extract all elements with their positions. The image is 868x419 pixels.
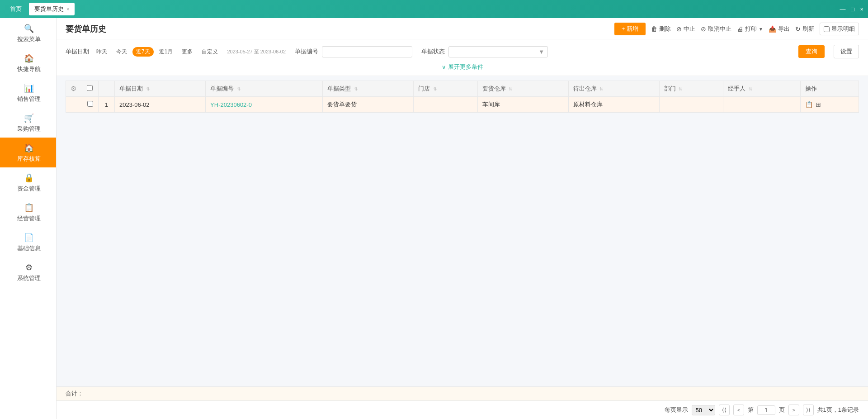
print-chevron-icon: ▼ bbox=[759, 27, 763, 32]
th-req-warehouse[interactable]: 要货仓库 ⇅ bbox=[477, 81, 568, 97]
page-label: 第 bbox=[748, 406, 754, 414]
close-window-icon[interactable]: × bbox=[860, 6, 863, 13]
date-btn-yesterday[interactable]: 昨天 bbox=[93, 47, 111, 57]
th-dept[interactable]: 部门 ⇅ bbox=[659, 81, 723, 97]
status-label: 单据状态 bbox=[421, 48, 445, 56]
select-all-checkbox[interactable] bbox=[87, 85, 93, 91]
date-filter-label: 单据日期 bbox=[66, 48, 89, 56]
export-button[interactable]: 📤 导出 bbox=[769, 25, 790, 33]
status-filter-group: 单据状态 ▼ bbox=[421, 46, 548, 57]
td-handler bbox=[723, 97, 801, 113]
table-header-row: ⚙ 单据日期 ⇅ 单据编号 ⇅ bbox=[66, 81, 859, 97]
print-button[interactable]: 🖨 打印 ▼ bbox=[737, 25, 763, 33]
expand-more-btn[interactable]: ∨ 展开更多条件 bbox=[442, 63, 483, 71]
display-cell-button[interactable]: 显示明细 bbox=[820, 23, 859, 35]
th-type[interactable]: 单据类型 ⇅ bbox=[322, 81, 413, 97]
table-body: 1 2023-06-02 YH-20230602-0 要货单要货 车间库 原材料… bbox=[66, 97, 859, 113]
settings-button[interactable]: 设置 bbox=[834, 45, 859, 58]
filter-area: 单据日期 昨天 今天 近7天 近1月 更多 自定义 2023-05-27 至 2… bbox=[57, 39, 868, 76]
table-row: 1 2023-06-02 YH-20230602-0 要货单要货 车间库 原材料… bbox=[66, 97, 859, 113]
stop-button[interactable]: ⊘ 中止 bbox=[676, 25, 695, 33]
purchase-icon: 🛒 bbox=[24, 113, 34, 123]
th-date[interactable]: 单据日期 ⇅ bbox=[115, 81, 206, 97]
column-settings-icon[interactable]: ⚙ bbox=[71, 85, 76, 92]
total-label: 共1页，1条记录 bbox=[817, 406, 859, 414]
refresh-icon: ↻ bbox=[795, 25, 801, 33]
table-footer: 合计： bbox=[57, 386, 868, 400]
page-size-select[interactable]: 20 50 100 200 bbox=[692, 405, 715, 415]
new-button[interactable]: + 新增 bbox=[614, 23, 646, 35]
th-dept-sort-icon: ⇅ bbox=[679, 86, 682, 91]
first-page-btn[interactable]: ⟨⟨ bbox=[719, 405, 730, 415]
tab-active[interactable]: 要货单历史 × bbox=[29, 3, 75, 15]
th-pending-warehouse[interactable]: 待出仓库 ⇅ bbox=[568, 81, 659, 97]
sidebar-item-operations[interactable]: 📋 经营管理 bbox=[0, 197, 56, 227]
sidebar-item-basic-info-label: 基础信息 bbox=[17, 244, 41, 252]
sidebar-item-search-menu[interactable]: 🔍 搜索菜单 bbox=[0, 18, 56, 48]
th-order-no-sort-icon: ⇅ bbox=[237, 86, 241, 91]
sidebar-item-finance[interactable]: 🔒 资金管理 bbox=[0, 167, 56, 197]
expand-label: 展开更多条件 bbox=[448, 63, 483, 71]
sidebar-item-sales[interactable]: 📊 销售管理 bbox=[0, 78, 56, 108]
th-settings: ⚙ bbox=[66, 81, 82, 97]
sidebar-item-basic-info[interactable]: 📄 基础信息 bbox=[0, 227, 56, 257]
tab-close-icon[interactable]: × bbox=[66, 6, 69, 12]
refresh-label: 刷新 bbox=[802, 25, 814, 33]
th-handler[interactable]: 经手人 ⇅ bbox=[723, 81, 801, 97]
date-btn-7days[interactable]: 近7天 bbox=[132, 47, 154, 57]
date-btn-custom[interactable]: 自定义 bbox=[198, 47, 222, 57]
expand-row: ∨ 展开更多条件 bbox=[66, 58, 859, 72]
export-icon: 📤 bbox=[769, 25, 776, 33]
order-no-link[interactable]: YH-20230602-0 bbox=[210, 101, 252, 108]
sidebar-item-system-label: 系统管理 bbox=[17, 274, 41, 282]
cancel-stop-label: 取消中止 bbox=[708, 25, 731, 33]
finance-icon: 🔒 bbox=[24, 173, 34, 183]
sidebar-item-inventory[interactable]: 🏠 库存核算 bbox=[0, 138, 56, 167]
sidebar-item-search-menu-label: 搜索菜单 bbox=[17, 35, 41, 43]
page-size-label: 每页显示 bbox=[665, 406, 688, 414]
more-action-icon[interactable]: ⊞ bbox=[816, 101, 821, 108]
page-header: 要货单历史 + 新增 🗑 删除 ⊘ 中止 ⊘ 取消中止 🖨 打印 bbox=[57, 18, 868, 39]
cancel-stop-button[interactable]: ⊘ 取消中止 bbox=[701, 25, 731, 33]
edit-icon[interactable]: 📋 bbox=[805, 101, 813, 108]
th-store[interactable]: 门店 ⇅ bbox=[414, 81, 477, 97]
sidebar-item-system[interactable]: ⚙ 系统管理 bbox=[0, 257, 56, 287]
expand-chevron-icon: ∨ bbox=[442, 64, 446, 71]
operations-icon: 📋 bbox=[24, 203, 34, 213]
th-no bbox=[99, 81, 115, 97]
minimize-icon[interactable]: — bbox=[840, 6, 846, 13]
td-dept bbox=[659, 97, 723, 113]
table-container: ⚙ 单据日期 ⇅ 单据编号 ⇅ bbox=[57, 76, 868, 386]
date-filters: 昨天 今天 近7天 近1月 更多 自定义 bbox=[93, 47, 222, 57]
page-input[interactable] bbox=[757, 405, 775, 415]
date-btn-more[interactable]: 更多 bbox=[178, 47, 196, 57]
action-icons: 📋 ⊞ bbox=[805, 101, 854, 108]
print-label: 打印 bbox=[745, 25, 757, 33]
order-no-input[interactable] bbox=[322, 46, 412, 57]
tab-home-label: 首页 bbox=[10, 5, 22, 13]
delete-button[interactable]: 🗑 删除 bbox=[651, 25, 671, 33]
sidebar-item-quick-nav[interactable]: 🏠 快捷导航 bbox=[0, 48, 56, 78]
th-req-warehouse-sort-icon: ⇅ bbox=[509, 86, 512, 91]
refresh-button[interactable]: ↻ 刷新 bbox=[795, 25, 814, 33]
maximize-icon[interactable]: □ bbox=[851, 6, 855, 13]
query-button[interactable]: 查询 bbox=[798, 45, 825, 58]
td-store bbox=[414, 97, 477, 113]
status-select[interactable] bbox=[448, 46, 548, 57]
tab-active-label: 要货单历史 bbox=[34, 5, 64, 13]
tab-home[interactable]: 首页 bbox=[5, 3, 27, 15]
last-page-btn[interactable]: ⟩⟩ bbox=[803, 405, 814, 415]
th-handler-sort-icon: ⇅ bbox=[749, 86, 752, 91]
row-checkbox[interactable] bbox=[87, 101, 93, 107]
th-type-label: 单据类型 bbox=[327, 85, 351, 92]
sidebar-item-purchase[interactable]: 🛒 采购管理 bbox=[0, 108, 56, 138]
th-pending-warehouse-sort-icon: ⇅ bbox=[599, 86, 603, 91]
date-btn-today[interactable]: 今天 bbox=[113, 47, 131, 57]
prev-page-btn[interactable]: ＜ bbox=[733, 405, 744, 415]
next-page-btn[interactable]: ＞ bbox=[788, 405, 799, 415]
display-cell-checkbox[interactable] bbox=[824, 26, 830, 32]
date-btn-1month[interactable]: 近1月 bbox=[156, 47, 177, 57]
th-order-no[interactable]: 单据编号 ⇅ bbox=[206, 81, 323, 97]
td-pending-warehouse: 原材料仓库 bbox=[568, 97, 659, 113]
td-settings bbox=[66, 97, 82, 113]
